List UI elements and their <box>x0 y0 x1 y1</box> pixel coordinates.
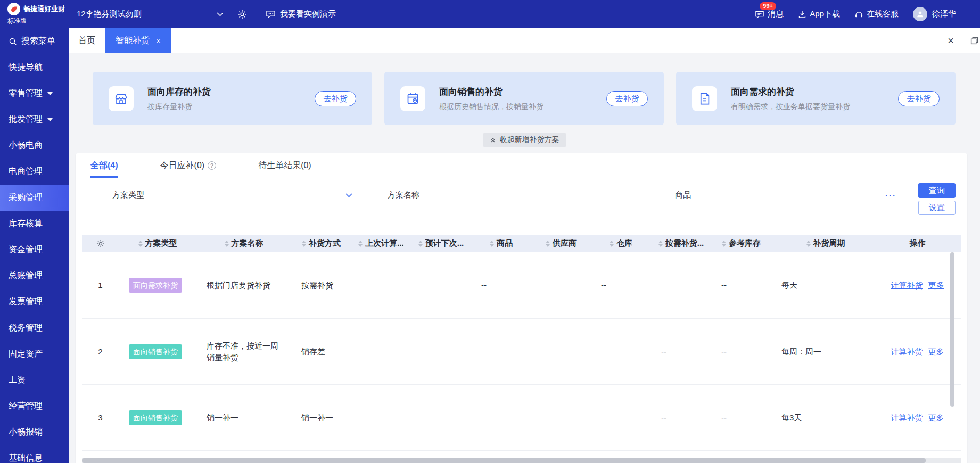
sidebar-item-xiaochang-ecommerce[interactable]: 小畅电商 <box>0 133 69 159</box>
settings-button[interactable]: 设置 <box>918 201 956 215</box>
more-options-icon[interactable]: ··· <box>885 191 896 200</box>
col-header-last-calc[interactable]: 上次计算... <box>351 235 411 252</box>
col-header-demand-qty[interactable]: 按需补货... <box>651 235 711 252</box>
sidebar-item-ecommerce[interactable]: 电商管理 <box>0 159 69 185</box>
sort-icon <box>225 241 229 247</box>
calculate-replenish-link[interactable]: 计算补货 <box>891 412 923 424</box>
go-replenish-button[interactable]: 去补货 <box>898 91 940 106</box>
go-replenish-button[interactable]: 去补货 <box>606 91 648 106</box>
card-demand-replenishment: 面向需求的补货 有明确需求，按业务单据要货量补货 去补货 <box>676 72 956 125</box>
sidebar-item-expense[interactable]: 小畅报销 <box>0 419 69 445</box>
plan-type-select[interactable] <box>148 185 355 204</box>
sidebar-item-basic-info[interactable]: 基础信息 <box>0 445 69 463</box>
chevron-down-icon <box>47 118 53 121</box>
sidebar-item-general-ledger[interactable]: 总账管理 <box>0 263 69 289</box>
col-header-product[interactable]: 商品 <box>471 235 531 252</box>
cell-plan-type: 面向销售补货 <box>119 344 196 359</box>
sidebar-item-invoice[interactable]: 发票管理 <box>0 289 69 315</box>
tab-due-today[interactable]: 今日应补(0) ? <box>160 153 217 178</box>
cell-actions: 计算补货 更多 <box>880 412 955 424</box>
sidebar-item-inventory-accounting[interactable]: 库存核算 <box>0 211 69 237</box>
column-settings-button[interactable] <box>82 235 119 252</box>
product-input[interactable] <box>695 185 901 204</box>
sidebar-item-search[interactable]: 搜索菜单 <box>0 28 69 54</box>
more-link[interactable]: 更多 <box>928 412 944 424</box>
tab-all[interactable]: 全部(4) <box>90 153 118 178</box>
username[interactable]: 徐泽华 <box>932 9 956 19</box>
calculate-replenish-link[interactable]: 计算补货 <box>891 346 923 358</box>
tab-smart-replenishment[interactable]: 智能补货 × <box>105 28 171 53</box>
plan-type-badge: 面向销售补货 <box>129 410 182 425</box>
cell-plan-name: 根据门店要货补货 <box>196 279 291 291</box>
calculate-replenish-link[interactable]: 计算补货 <box>891 279 923 291</box>
col-header-method[interactable]: 补货方式 <box>291 235 351 252</box>
cell-plan-name: 库存不准，按近一周销量补货 <box>196 340 291 363</box>
sidebar-item-quick-nav[interactable]: 快捷导航 <box>0 54 69 80</box>
cell-demand-qty: -- <box>651 346 711 358</box>
tab-home[interactable]: 首页 <box>69 28 105 53</box>
col-header-plan-name[interactable]: 方案名称 <box>196 235 291 252</box>
collapse-plans-button[interactable]: 收起新增补货方案 <box>483 133 566 147</box>
sort-icon <box>358 241 363 247</box>
scrollbar-thumb[interactable] <box>82 458 926 463</box>
gear-icon[interactable] <box>237 10 247 19</box>
sidebar-item-wholesale[interactable]: 批发管理 <box>0 106 69 133</box>
main-content: 面向库存的补货 按库存量补货 去补货 面向销售的补货 根据历史销售情况，按销量补… <box>69 53 980 463</box>
go-replenish-button[interactable]: 去补货 <box>315 91 356 106</box>
app-download-label: App下载 <box>810 9 840 19</box>
demo-link[interactable]: 我要看实例演示 <box>266 9 336 19</box>
speech-bubble-icon <box>266 10 276 19</box>
app-download-button[interactable]: App下载 <box>798 9 840 19</box>
col-header-plan-type[interactable]: 方案类型 <box>119 235 196 252</box>
messages-button[interactable]: 99+ 消息 <box>755 9 784 19</box>
sidebar-item-retail[interactable]: 零售管理 <box>0 80 69 106</box>
sidebar-item-tax[interactable]: 税务管理 <box>0 315 69 341</box>
product-label: 商品 <box>675 185 691 204</box>
chevron-down-icon <box>47 92 53 95</box>
sidebar-item-payroll[interactable]: 工资 <box>0 367 69 393</box>
chevron-down-icon <box>345 193 352 197</box>
sidebar-item-funds[interactable]: 资金管理 <box>0 237 69 263</box>
topbar: 畅捷通好业财 标准版 12李艳芬测试勿删 我要看实例演示 99+ 消息 <box>0 0 980 28</box>
col-header-supplier[interactable]: 供应商 <box>531 235 591 252</box>
table-row-partial <box>82 451 961 458</box>
online-support-button[interactable]: 在线客服 <box>854 9 899 19</box>
plan-type-label: 方案类型 <box>112 185 144 204</box>
cell-demand-qty: -- <box>651 412 711 424</box>
plans-panel: 全部(4) 今日应补(0) ? 待生单结果(0) 方案类型 方案名称 商品 ··… <box>76 153 967 463</box>
col-header-cycle[interactable]: 补货周期 <box>771 235 880 252</box>
card-subtitle: 有明确需求，按业务单据要货量补货 <box>731 102 898 112</box>
close-icon[interactable]: × <box>936 28 966 53</box>
restore-layout-icon[interactable] <box>966 28 980 53</box>
plans-table: 方案类型 方案名称 补货方式 上次计算... 预计下次... 商品 供应商 仓库… <box>82 235 961 458</box>
sidebar-item-operations[interactable]: 经营管理 <box>0 393 69 419</box>
query-button[interactable]: 查询 <box>918 183 956 198</box>
more-link[interactable]: 更多 <box>928 279 944 291</box>
sort-icon <box>610 241 614 247</box>
sort-icon <box>806 241 811 247</box>
cell-method: 销一补一 <box>291 412 351 424</box>
app-brand: 畅捷通好业财 标准版 <box>7 3 72 26</box>
org-selector[interactable]: 12李艳芬测试勿删 <box>77 5 224 23</box>
col-header-ref-stock[interactable]: 参考库存 <box>711 235 771 252</box>
sidebar-item-fixed-assets[interactable]: 固定资产 <box>0 341 69 367</box>
sort-icon <box>490 241 494 247</box>
sidebar-item-purchase[interactable]: 采购管理 <box>0 185 69 211</box>
plan-name-input[interactable] <box>423 185 629 204</box>
card-stock-replenishment: 面向库存的补货 按库存量补货 去补货 <box>93 72 372 125</box>
user-avatar[interactable] <box>913 7 927 21</box>
horizontal-scrollbar[interactable] <box>82 458 961 463</box>
tab-pending-results[interactable]: 待生单结果(0) <box>258 153 311 178</box>
col-header-next-calc[interactable]: 预计下次... <box>411 235 471 252</box>
help-icon[interactable]: ? <box>208 161 216 170</box>
more-link[interactable]: 更多 <box>928 346 944 358</box>
close-icon[interactable]: × <box>156 37 161 45</box>
vertical-scrollbar[interactable] <box>950 252 954 407</box>
cell-cycle: 每天 <box>771 279 880 291</box>
cell-method: 按需补货 <box>291 279 351 291</box>
replenishment-cards: 面向库存的补货 按库存量补货 去补货 面向销售的补货 根据历史销售情况，按销量补… <box>93 72 956 125</box>
col-header-warehouse[interactable]: 仓库 <box>591 235 651 252</box>
brand-name: 畅捷通好业财 <box>23 4 65 14</box>
cell-product: -- <box>471 279 531 291</box>
gear-icon <box>96 239 105 248</box>
